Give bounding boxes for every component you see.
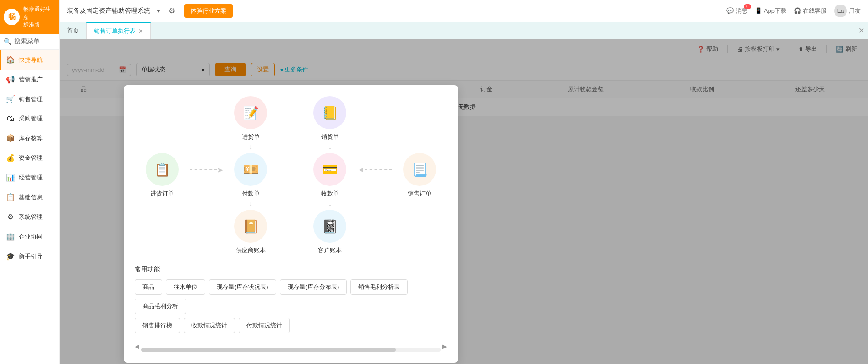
marketing-icon: 📢 xyxy=(6,75,15,84)
purchase-icon: 🛍 xyxy=(6,114,15,123)
tab-sales-order-exec[interactable]: 销售订单执行表 ✕ xyxy=(86,22,151,39)
purchase-order-icon: 📋 xyxy=(146,153,179,186)
app-icon: 📱 xyxy=(755,7,762,14)
btn-product-margin[interactable]: 商品毛利分析 xyxy=(135,299,186,314)
sidebar-item-inventory[interactable]: 📦 库存核算 xyxy=(0,128,59,148)
basic-icon: 📋 xyxy=(6,193,15,201)
finance-icon: 💰 xyxy=(6,153,15,162)
sales-bill-icon: 📒 xyxy=(313,96,346,129)
flow-item-purchase-order[interactable]: 📋 进货订单 xyxy=(135,153,190,198)
flow-item-receipt[interactable]: 💳 收款单 xyxy=(302,153,357,198)
enterprise-icon: 🏢 xyxy=(6,232,15,241)
sidebar-item-marketing[interactable]: 📢 营销推广 xyxy=(0,70,59,89)
sidebar-item-system[interactable]: ⚙ 系统管理 xyxy=(0,207,59,227)
sidebar-item-purchase[interactable]: 🛍 采购管理 xyxy=(0,109,59,128)
payment-icon: 💴 xyxy=(234,153,267,186)
sidebar-item-quick-nav[interactable]: 🏠 快捷导航 xyxy=(0,50,59,70)
scrollbar-thumb xyxy=(141,348,396,352)
user-item[interactable]: Ea 用友 xyxy=(834,5,861,17)
common-functions-title: 常用功能 xyxy=(135,266,447,274)
sidebar-item-newbie[interactable]: 🎓 新手引导 xyxy=(0,246,59,266)
down-arrow-payment: ↓ xyxy=(249,143,252,151)
logo-icon: 畅 xyxy=(4,9,20,25)
down-arrow-supplier: ↓ xyxy=(249,200,252,208)
flow-item-customer-ledger[interactable]: 📓 客户账本 xyxy=(302,210,357,255)
logo-text: 畅康通好生意 标准版 xyxy=(23,5,55,28)
sidebar-item-operations[interactable]: 📊 经营管理 xyxy=(0,168,59,187)
newbie-icon: 🎓 xyxy=(6,252,15,261)
online-service-item[interactable]: 🎧 在线客服 xyxy=(794,7,827,15)
sidebar-item-basic[interactable]: 📋 基础信息 xyxy=(0,187,59,207)
arrow-sales-order-to-bill: ◄ xyxy=(357,166,392,185)
page-area: ❓ 帮助 🖨 按模板打印 ▾ ⬆ 导出 🔄 刷新 xyxy=(60,39,868,364)
app-download-item[interactable]: 📱 App下载 xyxy=(755,7,786,15)
btn-receipt-stats[interactable]: 收款情况统计 xyxy=(184,318,235,333)
customer-ledger-icon: 📓 xyxy=(313,210,346,243)
flow-col-purchase-bill: 📝 进货单 ↓ 💴 付款单 ↓ xyxy=(223,96,278,255)
flow-item-supplier-ledger[interactable]: 📔 供应商账本 xyxy=(223,210,278,255)
avatar: Ea xyxy=(834,5,847,17)
sidebar-item-finance[interactable]: 💰 资金管理 xyxy=(0,148,59,168)
sidebar: 畅 畅康通好生意 标准版 🔍 搜索菜单 🏠 快捷导航 📢 营销推广 🛒 销售管理 xyxy=(0,0,60,364)
search-icon: 🔍 xyxy=(4,38,11,45)
tabs-bar: 首页 销售订单执行表 ✕ ✕ xyxy=(60,22,868,39)
flow-item-sales-bill[interactable]: 📒 销货单 xyxy=(302,96,357,141)
quick-nav-icon: 🏠 xyxy=(6,55,15,64)
modal-scrollbar[interactable] xyxy=(141,348,441,352)
down-arrow-customer: ↓ xyxy=(328,200,332,208)
flow-item-purchase-bill[interactable]: 📝 进货单 xyxy=(223,96,278,141)
inventory-icon: 📦 xyxy=(6,134,15,142)
settings-icon[interactable]: ⚙ xyxy=(169,6,175,15)
down-arrow-receipt: ↓ xyxy=(328,143,332,151)
top-header: 装备及固定资产辅助管理系统 ▼ ⚙ 体验行业方案 💬 消息 6 📱 App下载 … xyxy=(60,0,868,22)
btn-payment-stats[interactable]: 付款情况统计 xyxy=(239,318,290,333)
tab-close-icon[interactable]: ✕ xyxy=(138,28,143,34)
sidebar-search[interactable]: 🔍 搜索菜单 xyxy=(0,34,59,50)
scroll-left-icon[interactable]: ◀ xyxy=(135,343,139,350)
common-buttons-row-1: 商品 往来单位 现存量(库存状况表) 现存量(库存分布表) 销售毛利分析表 商品… xyxy=(135,279,447,314)
system-title: 装备及固定资产辅助管理系统 xyxy=(67,7,150,15)
btn-current-stock-dist[interactable]: 现存量(库存分布表) xyxy=(280,279,347,295)
arrow-purchase-to-bill: ➤ xyxy=(190,166,223,185)
flow-col-right: 📒 销货单 ↓ 💳 收款单 ↓ xyxy=(302,96,447,255)
flow-col-sales-bill: 📒 销货单 ↓ 💳 收款单 ↓ xyxy=(302,96,357,255)
purchase-bill-icon: 📝 xyxy=(234,96,267,129)
sidebar-logo[interactable]: 畅 畅康通好生意 标准版 xyxy=(0,0,59,34)
sales-icon: 🛒 xyxy=(6,95,15,103)
flow-item-sales-order[interactable]: 📃 销售订单 xyxy=(392,153,447,198)
modal-overlay[interactable]: 📋 进货订单 ➤ 📝 xyxy=(60,39,868,364)
supplier-ledger-icon: 📔 xyxy=(234,210,267,243)
btn-product[interactable]: 商品 xyxy=(135,279,162,295)
btn-current-stock-status[interactable]: 现存量(库存状况表) xyxy=(209,279,276,295)
main-content: 装备及固定资产辅助管理系统 ▼ ⚙ 体验行业方案 💬 消息 6 📱 App下载 … xyxy=(60,0,868,364)
common-buttons-row-2: 销售排行榜 收款情况统计 付款情况统计 xyxy=(135,318,447,333)
system-icon: ⚙ xyxy=(6,212,15,221)
sidebar-item-sales[interactable]: 🛒 销售管理 xyxy=(0,89,59,109)
scroll-right-icon[interactable]: ▶ xyxy=(442,343,447,350)
quick-nav-modal: 📋 进货订单 ➤ 📝 xyxy=(124,85,458,363)
message-icon: 💬 xyxy=(726,7,734,14)
receipt-icon: 💳 xyxy=(313,153,346,186)
flow-item-payment[interactable]: 💴 付款单 xyxy=(223,153,278,198)
message-item[interactable]: 💬 消息 6 xyxy=(726,7,748,15)
tab-home[interactable]: 首页 xyxy=(60,23,86,38)
btn-trading-unit[interactable]: 往来单位 xyxy=(166,279,205,295)
experience-button[interactable]: 体验行业方案 xyxy=(184,4,233,18)
common-section: 常用功能 商品 往来单位 现存量(库存状况表) 现存量(库存分布表) 销售毛利分… xyxy=(135,266,447,333)
message-badge: 6 xyxy=(744,4,751,9)
sidebar-nav: 🏠 快捷导航 📢 营销推广 🛒 销售管理 🛍 采购管理 📦 库存核算 💰 xyxy=(0,50,59,364)
operations-icon: 📊 xyxy=(6,173,15,182)
dropdown-icon[interactable]: ▼ xyxy=(156,8,161,14)
modal-scroll-container: ◀ ▶ xyxy=(135,341,447,352)
flow-col-left: 📋 进货订单 ➤ 📝 xyxy=(135,96,278,255)
header-right: 💬 消息 6 📱 App下载 🎧 在线客服 Ea 用友 xyxy=(726,5,861,17)
sales-order-icon: 📃 xyxy=(403,153,436,186)
sidebar-item-enterprise[interactable]: 🏢 企业协同 xyxy=(0,227,59,246)
btn-sales-ranking[interactable]: 销售排行榜 xyxy=(135,318,180,333)
flow-section: 📋 进货订单 ➤ 📝 xyxy=(135,96,447,255)
service-icon: 🎧 xyxy=(794,7,801,14)
btn-sales-margin-report[interactable]: 销售毛利分析表 xyxy=(350,279,408,295)
tabs-close-button[interactable]: ✕ xyxy=(858,26,864,35)
